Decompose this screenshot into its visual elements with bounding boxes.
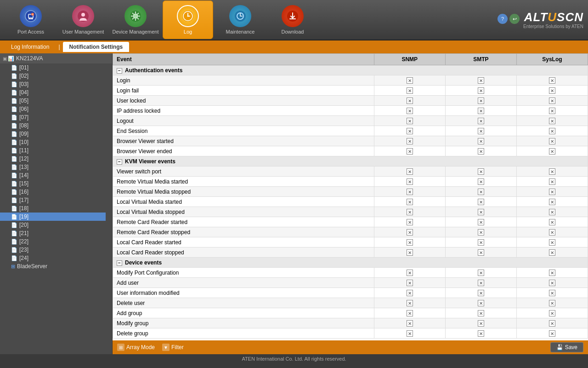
section-toggle-1[interactable]: −	[117, 159, 122, 165]
smtp-checkbox[interactable]: ✕	[478, 178, 484, 185]
filter-button[interactable]: ▼ Filter	[162, 344, 184, 351]
sidebar-item-02[interactable]: 📄[02]	[0, 72, 106, 80]
smtp-checkbox[interactable]: ✕	[478, 138, 484, 144]
sidebar-item-20[interactable]: 📄[20]	[0, 221, 106, 229]
snmp-checkbox[interactable]: ✕	[407, 138, 413, 144]
snmp-checkbox[interactable]: ✕	[407, 168, 413, 175]
sidebar-item-blade[interactable]: ⊞BladeServer	[0, 262, 106, 270]
save-button[interactable]: 💾 Save	[550, 342, 583, 352]
sidebar-item-09[interactable]: 📄[09]	[0, 130, 106, 138]
collapse-icon[interactable]: ▣	[3, 56, 7, 61]
syslog-checkbox[interactable]: ✕	[549, 229, 555, 236]
syslog-checkbox[interactable]: ✕	[549, 128, 555, 134]
snmp-checkbox[interactable]: ✕	[407, 77, 413, 84]
syslog-checkbox[interactable]: ✕	[549, 199, 555, 205]
array-mode-button[interactable]: ⊞ Array Mode	[117, 344, 155, 351]
snmp-checkbox[interactable]: ✕	[407, 320, 413, 327]
syslog-checkbox[interactable]: ✕	[549, 290, 555, 296]
syslog-checkbox[interactable]: ✕	[549, 118, 555, 124]
syslog-checkbox[interactable]: ✕	[549, 219, 555, 225]
smtp-checkbox[interactable]: ✕	[478, 300, 484, 306]
smtp-checkbox[interactable]: ✕	[478, 77, 484, 84]
snmp-checkbox[interactable]: ✕	[407, 219, 413, 225]
syslog-checkbox[interactable]: ✕	[549, 280, 555, 286]
sidebar-item-21[interactable]: 📄[21]	[0, 229, 106, 237]
sidebar-item-04[interactable]: 📄[04]	[0, 88, 106, 97]
syslog-checkbox[interactable]: ✕	[549, 209, 555, 215]
snmp-checkbox[interactable]: ✕	[407, 310, 413, 316]
smtp-checkbox[interactable]: ✕	[478, 148, 484, 155]
sidebar-item-22[interactable]: 📄[22]	[0, 237, 106, 246]
nav-port-access[interactable]: Port Access	[6, 0, 56, 39]
sidebar-item-05[interactable]: 📄[05]	[0, 97, 106, 105]
syslog-checkbox[interactable]: ✕	[549, 270, 555, 276]
smtp-checkbox[interactable]: ✕	[478, 168, 484, 175]
section-toggle-0[interactable]: −	[117, 68, 122, 74]
snmp-checkbox[interactable]: ✕	[407, 108, 413, 114]
nav-user-management[interactable]: User Management	[58, 0, 108, 39]
syslog-checkbox[interactable]: ✕	[549, 310, 555, 316]
snmp-checkbox[interactable]: ✕	[407, 249, 413, 256]
snmp-checkbox[interactable]: ✕	[407, 209, 413, 215]
snmp-checkbox[interactable]: ✕	[407, 148, 413, 155]
nav-maintenance[interactable]: Maintenance	[215, 0, 266, 39]
sidebar-item-03[interactable]: 📄[03]	[0, 80, 106, 88]
syslog-checkbox[interactable]: ✕	[549, 330, 555, 337]
smtp-checkbox[interactable]: ✕	[478, 229, 484, 236]
snmp-checkbox[interactable]: ✕	[407, 189, 413, 195]
smtp-checkbox[interactable]: ✕	[478, 108, 484, 114]
sidebar-item-24[interactable]: 📄[24]	[0, 254, 106, 262]
tab-notification-settings[interactable]: Notification Settings	[63, 42, 130, 52]
snmp-checkbox[interactable]: ✕	[407, 98, 413, 104]
snmp-checkbox[interactable]: ✕	[407, 118, 413, 124]
nav-device-management[interactable]: Device Management	[110, 0, 161, 39]
sidebar-item-13[interactable]: 📄[13]	[0, 163, 106, 171]
sidebar-item-18[interactable]: 📄[18]	[0, 204, 106, 213]
snmp-checkbox[interactable]: ✕	[407, 199, 413, 205]
sidebar-item-19[interactable]: 📄[19]	[0, 213, 106, 221]
syslog-checkbox[interactable]: ✕	[549, 108, 555, 114]
smtp-checkbox[interactable]: ✕	[478, 128, 484, 134]
syslog-checkbox[interactable]: ✕	[549, 300, 555, 306]
smtp-checkbox[interactable]: ✕	[478, 270, 484, 276]
logout-icon[interactable]: ↩	[509, 14, 520, 24]
snmp-checkbox[interactable]: ✕	[407, 229, 413, 236]
snmp-checkbox[interactable]: ✕	[407, 239, 413, 246]
sidebar-item-15[interactable]: 📄[15]	[0, 179, 106, 188]
sidebar-item-14[interactable]: 📄[14]	[0, 171, 106, 179]
smtp-checkbox[interactable]: ✕	[478, 189, 484, 195]
sidebar-item-08[interactable]: 📄[08]	[0, 121, 106, 130]
snmp-checkbox[interactable]: ✕	[407, 300, 413, 306]
syslog-checkbox[interactable]: ✕	[549, 320, 555, 327]
event-table-wrapper[interactable]: Event SNMP SMTP SysLog −Authentication e…	[113, 53, 588, 340]
nav-download[interactable]: Download	[267, 0, 318, 39]
sidebar-item-01[interactable]: 📄[01]	[0, 63, 106, 72]
snmp-checkbox[interactable]: ✕	[407, 280, 413, 286]
snmp-checkbox[interactable]: ✕	[407, 290, 413, 296]
smtp-checkbox[interactable]: ✕	[478, 239, 484, 246]
sidebar-item-11[interactable]: 📄[11]	[0, 146, 106, 155]
smtp-checkbox[interactable]: ✕	[478, 310, 484, 316]
sidebar-item-10[interactable]: 📄[10]	[0, 138, 106, 146]
smtp-checkbox[interactable]: ✕	[478, 320, 484, 327]
syslog-checkbox[interactable]: ✕	[549, 87, 555, 94]
sidebar-item-23[interactable]: 📄[23]	[0, 246, 106, 254]
sidebar-item-17[interactable]: 📄[17]	[0, 196, 106, 204]
smtp-checkbox[interactable]: ✕	[478, 280, 484, 286]
nav-log[interactable]: Log	[163, 0, 213, 39]
sidebar-item-16[interactable]: 📄[16]	[0, 188, 106, 196]
syslog-checkbox[interactable]: ✕	[549, 148, 555, 155]
syslog-checkbox[interactable]: ✕	[549, 178, 555, 185]
smtp-checkbox[interactable]: ✕	[478, 330, 484, 337]
smtp-checkbox[interactable]: ✕	[478, 219, 484, 225]
smtp-checkbox[interactable]: ✕	[478, 209, 484, 215]
sidebar-item-12[interactable]: 📄[12]	[0, 155, 106, 163]
section-toggle-2[interactable]: −	[117, 260, 122, 266]
smtp-checkbox[interactable]: ✕	[478, 118, 484, 124]
syslog-checkbox[interactable]: ✕	[549, 77, 555, 84]
syslog-checkbox[interactable]: ✕	[549, 239, 555, 246]
tab-log-information[interactable]: Log Information	[5, 42, 56, 52]
syslog-checkbox[interactable]: ✕	[549, 98, 555, 104]
help-icon[interactable]: ?	[498, 14, 508, 24]
sidebar-item-07[interactable]: 📄[07]	[0, 113, 106, 121]
